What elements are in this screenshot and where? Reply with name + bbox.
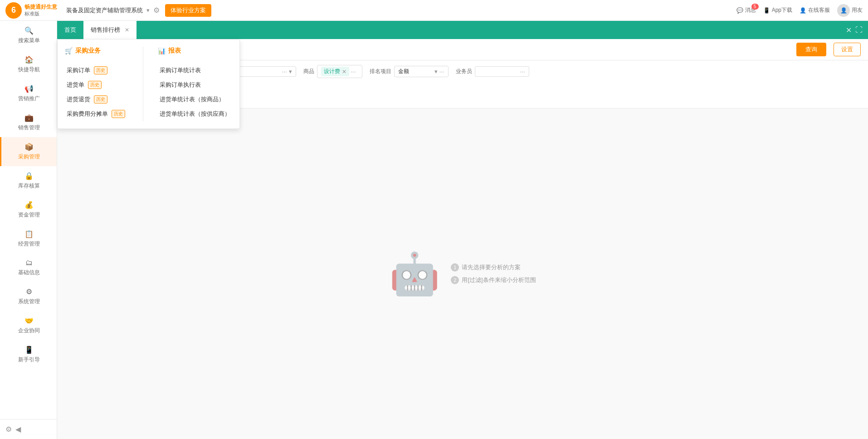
menu-item-purchase-expense[interactable]: 采购费用分摊单 历史	[65, 107, 128, 121]
menu-item-purchase-return[interactable]: 进货退货 历史	[65, 92, 128, 107]
tab-bar: 首页 销售排行榜 ✕ ✕ ⛶	[57, 21, 868, 39]
sidebar-item-basic[interactable]: 🗂 基础信息	[0, 253, 57, 282]
sidebar-item-purchase[interactable]: 📦 采购管理	[0, 137, 57, 166]
main-content: 🤖 1 请先选择要分析的方案 2 用[过滤]条件来缩小分析范围	[57, 109, 868, 439]
sidebar-item-inventory[interactable]: 🔒 库存核算	[0, 166, 57, 195]
sidebar-item-search[interactable]: 🔍 搜索菜单	[0, 21, 57, 50]
menu-item-supplier-summary[interactable]: 进货单统计表（按供应商）	[158, 107, 232, 121]
sidebar-label-system: 系统管理	[18, 298, 40, 306]
salesman-filter: 业务员 ···	[456, 66, 529, 77]
purchase-section: 🛒 采购业务 采购订单 历史 进货单 历史 进货退货 历史 采购费用分摊单 历史	[65, 47, 128, 121]
basic-icon: 🗂	[25, 259, 33, 267]
sidebar-label-marketing: 营销推广	[18, 95, 40, 103]
industry-button[interactable]: 体验行业方案	[165, 4, 211, 17]
purchase-icon: 📦	[24, 143, 34, 151]
goods-tag: 设计费 ✕	[321, 67, 349, 76]
hist-badge-1: 历史	[88, 81, 102, 89]
tab-bar-actions: ✕ ⛶	[846, 26, 868, 35]
sidebar-item-system[interactable]: ⚙ 系统管理	[0, 282, 57, 311]
sidebar-item-finance[interactable]: 💰 资金管理	[0, 195, 57, 224]
sidebar-item-marketing[interactable]: 📢 营销推广	[0, 79, 57, 108]
purchase-dropdown-menu: 🛒 采购业务 采购订单 历史 进货单 历史 进货退货 历史 采购费用分摊单 历史	[57, 39, 240, 129]
settings-bottom-icon[interactable]: ⚙	[5, 425, 12, 434]
sidebar-label-quick-nav: 快捷导航	[18, 66, 40, 74]
rank-dots[interactable]: ···	[439, 68, 444, 75]
tab-sales-rank-label: 销售排行榜	[91, 26, 120, 34]
sales-icon: 💼	[24, 113, 34, 122]
purchase-section-title: 🛒 采购业务	[65, 47, 128, 58]
messages-item[interactable]: 💬 消息 5	[736, 6, 756, 14]
business-icon: 📋	[24, 230, 34, 238]
inventory-icon: 🔒	[24, 172, 34, 180]
menu-item-goods-summary[interactable]: 进货单统计表（按商品）	[158, 92, 232, 107]
title-dropdown-icon[interactable]: ▾	[146, 7, 150, 14]
top-bar-right: 💬 消息 5 📱 App下载 👤 在线客服 👤 用友	[736, 4, 863, 17]
sidebar-label-purchase: 采购管理	[18, 153, 40, 161]
menu-divider	[143, 47, 143, 121]
sidebar-label-finance: 资金管理	[18, 211, 40, 219]
hist-badge-0: 历史	[94, 66, 107, 74]
service-item[interactable]: 👤 在线客服	[800, 6, 830, 14]
report-section-icon: 📊	[158, 47, 166, 54]
sidebar-item-business[interactable]: 📋 经营管理	[0, 224, 57, 253]
phone-icon: 📱	[763, 7, 770, 14]
tab-home[interactable]: 首页	[57, 21, 83, 39]
menu-item-order-summary[interactable]: 采购订单统计表	[158, 63, 232, 78]
rank-label: 排名项目	[370, 68, 391, 75]
query-button[interactable]: 查询	[796, 43, 826, 56]
hint-1: 1 请先选择要分析的方案	[451, 263, 536, 271]
hint-num-1: 1	[451, 263, 459, 271]
sidebar-bottom: ⚙ ◀	[0, 419, 57, 439]
sidebar-item-quick-nav[interactable]: 🏠 快捷导航	[0, 50, 57, 79]
sidebar-label-guide: 新手引导	[18, 356, 40, 364]
logo-text: 畅捷通好生意 标准版	[24, 4, 57, 17]
menu-item-purchase-goods[interactable]: 进货单 历史	[65, 78, 128, 92]
enterprise-icon: 🤝	[24, 316, 34, 325]
tab-home-label: 首页	[64, 26, 76, 34]
purchase-section-icon: 🛒	[65, 47, 73, 54]
finance-icon: 💰	[24, 201, 34, 209]
menu-item-purchase-order[interactable]: 采购订单 历史	[65, 63, 128, 78]
rank-dropdown-icon[interactable]: ▾	[434, 68, 438, 75]
tab-close-all-icon[interactable]: ✕	[846, 26, 852, 35]
tab-sales-rank[interactable]: 销售排行榜 ✕	[83, 21, 137, 39]
system-icon: ⚙	[26, 287, 32, 296]
settings-button[interactable]: 设置	[834, 43, 861, 56]
empty-state: 🤖 1 请先选择要分析的方案 2 用[过滤]条件来缩小分析范围	[389, 250, 536, 298]
report-section: 📊 报表 采购订单统计表 采购订单执行表 进货单统计表（按商品） 进货单统计表（…	[158, 47, 232, 121]
collapse-icon[interactable]: ◀	[15, 425, 21, 434]
menu-item-order-exec[interactable]: 采购订单执行表	[158, 78, 232, 92]
messages-badge: 5	[751, 4, 759, 10]
rank-value: 金额	[398, 68, 433, 75]
tab-maximize-icon[interactable]: ⛶	[855, 26, 863, 34]
doc-status-dots[interactable]: ···	[282, 68, 287, 75]
hist-badge-2: 历史	[94, 95, 107, 104]
sidebar-label-search: 搜索菜单	[18, 37, 40, 44]
goods-dots[interactable]: ···	[351, 68, 356, 75]
sidebar-item-sales[interactable]: 💼 销售管理	[0, 108, 57, 137]
app-download-item[interactable]: 📱 App下载	[763, 6, 792, 14]
empty-hints: 1 请先选择要分析的方案 2 用[过滤]条件来缩小分析范围	[451, 263, 536, 284]
sidebar-label-basic: 基础信息	[18, 269, 40, 276]
tab-close-icon[interactable]: ✕	[125, 27, 129, 33]
search-icon: 🔍	[24, 26, 34, 35]
user-label: 用友	[852, 6, 863, 14]
settings-icon[interactable]: ⚙	[153, 6, 160, 15]
sidebar-item-guide[interactable]: 📱 新手引导	[0, 340, 57, 369]
top-bar: 6 畅捷通好生意 标准版 装备及固定资产辅助管理系统 ▾ ⚙ 体验行业方案 💬 …	[0, 0, 868, 21]
sidebar-item-enterprise[interactable]: 🤝 企业协同	[0, 311, 57, 340]
goods-tag-close[interactable]: ✕	[342, 69, 346, 75]
report-section-title: 📊 报表	[158, 47, 232, 58]
marketing-icon: 📢	[24, 84, 34, 93]
logo-area: 6 畅捷通好生意 标准版	[5, 2, 57, 19]
salesman-dots[interactable]: ···	[520, 68, 525, 75]
service-icon: 👤	[800, 7, 806, 14]
app-label: App下载	[772, 6, 792, 14]
sidebar-label-sales: 销售管理	[18, 124, 40, 132]
brand-edition: 标准版	[24, 10, 57, 17]
guide-icon: 📱	[24, 345, 34, 354]
goods-filter: 商品 设计费 ✕ ···	[303, 65, 362, 78]
avatar: 👤	[837, 4, 850, 17]
doc-status-dropdown-icon[interactable]: ▾	[289, 68, 292, 75]
user-item[interactable]: 👤 用友	[837, 4, 863, 17]
